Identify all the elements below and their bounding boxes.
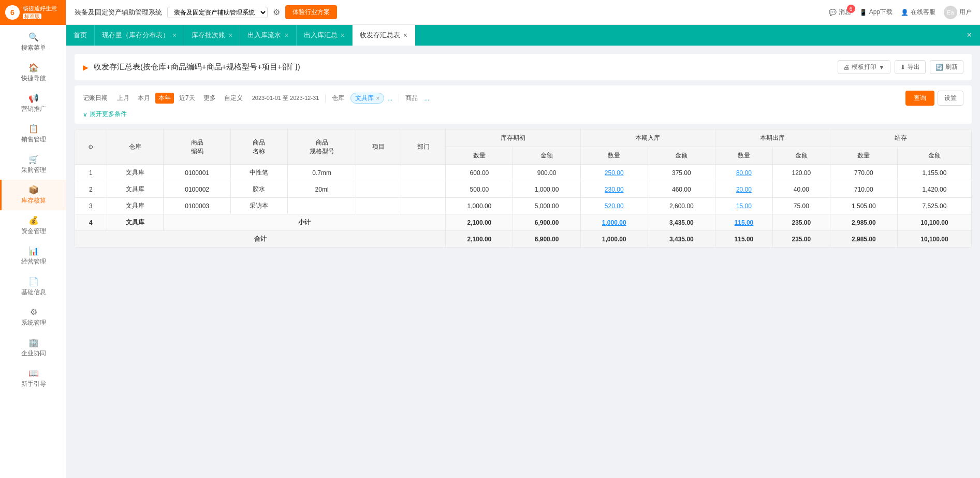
- sidebar-item-basic-info[interactable]: 📄 基础信息: [0, 271, 66, 302]
- home-icon: 🏠: [28, 63, 39, 73]
- query-button[interactable]: 查询: [905, 91, 934, 106]
- date-btn-this-month[interactable]: 本月: [135, 93, 153, 104]
- row-project: [356, 198, 401, 214]
- sidebar-item-search[interactable]: 🔍 搜索菜单: [0, 27, 66, 57]
- date-btn-this-year[interactable]: 本年: [155, 93, 174, 104]
- tab-in-out-summary[interactable]: 出入库汇总 ×: [297, 25, 353, 46]
- table-row: 3 文具库 0100003 采访本 1,000.00 5,000.00 520.…: [75, 198, 972, 214]
- tab-close-batch[interactable]: ×: [228, 31, 232, 39]
- row-out-qty-link[interactable]: 20.00: [715, 181, 772, 198]
- page-actions: 🖨 模板打印 ▼ ⬇ 导出 🔄 刷新: [838, 60, 963, 74]
- sidebar-item-sales[interactable]: 📋 销售管理: [0, 119, 66, 149]
- message-action[interactable]: 💬 消息 6: [829, 8, 851, 17]
- sales-icon: 📋: [28, 124, 39, 134]
- logo-text: 畅捷通好生意 标准版: [23, 5, 57, 20]
- tab-close-receive-summary[interactable]: ×: [403, 31, 407, 39]
- gear-icon[interactable]: ⚙: [273, 7, 280, 17]
- row-spec: 20ml: [287, 181, 356, 198]
- row-spec: 0.7mm: [287, 165, 356, 181]
- sidebar-item-finance[interactable]: 💰 资金管理: [0, 210, 66, 241]
- settings-button[interactable]: 设置: [938, 91, 963, 106]
- refresh-button[interactable]: 🔄 刷新: [930, 60, 963, 74]
- filter-divider2: [399, 94, 399, 103]
- date-label: 记账日期: [83, 94, 108, 103]
- row-out-qty-link[interactable]: 15.00: [715, 198, 772, 214]
- date-btn-last-month[interactable]: 上月: [114, 93, 133, 104]
- inventory-icon: 📦: [28, 185, 39, 195]
- row-project: [356, 165, 401, 181]
- online-service-action[interactable]: 👤 在线客服: [901, 8, 935, 17]
- sidebar-item-enterprise[interactable]: 🏢 企业协同: [0, 332, 66, 363]
- tab-receive-summary[interactable]: 收发存汇总表 ×: [353, 25, 415, 46]
- sidebar-item-system[interactable]: ⚙ 系统管理: [0, 302, 66, 332]
- sidebar-item-purchase[interactable]: 🛒 采购管理: [0, 149, 66, 180]
- sidebar-item-inventory[interactable]: 📦 库存核算: [0, 180, 66, 210]
- row-warehouse: 文具库: [107, 165, 164, 181]
- date-btn-7days[interactable]: 近7天: [176, 93, 198, 104]
- tab-in-out-flow[interactable]: 出入库流水 ×: [240, 25, 296, 46]
- tab-close-in-out-flow[interactable]: ×: [284, 31, 288, 39]
- row-opening-qty: 500.00: [446, 181, 513, 198]
- tab-stock-dist[interactable]: 现存量（库存分布表） ×: [95, 25, 184, 46]
- row-out-qty-link[interactable]: 80.00: [715, 165, 772, 181]
- tab-close-in-out-summary[interactable]: ×: [341, 31, 345, 39]
- app-download-action[interactable]: 📱 App下载: [859, 8, 893, 17]
- warehouse-tag[interactable]: 文具库 ×: [350, 93, 384, 104]
- row-opening-qty: 600.00: [446, 165, 513, 181]
- product-more[interactable]: ...: [424, 95, 429, 102]
- total-out-qty: 115.00: [715, 231, 772, 248]
- sidebar-item-quick-nav[interactable]: 🏠 快捷导航: [0, 57, 66, 88]
- date-btn-custom[interactable]: 自定义: [221, 93, 246, 104]
- export-button[interactable]: ⬇ 导出: [895, 60, 926, 74]
- total-row: 合计 2,100.00 6,900.00 1,000.00 3,435.00 1…: [75, 231, 972, 248]
- data-table-container: ⚙ 仓库 商品编码 商品名称 商品规格型号 项目 部门 库存期初 本期入库 本期…: [75, 129, 972, 248]
- subtotal-balance-qty: 2,985.00: [830, 214, 897, 231]
- sidebar-item-guide[interactable]: 📖 新手引导: [0, 363, 66, 394]
- refresh-icon: 🔄: [935, 64, 943, 71]
- main-content: 装备及固定资产辅助管理系统 装备及固定资产辅助管理系统 ⚙ 体验行业方案 💬 消…: [66, 0, 980, 478]
- date-btn-more[interactable]: 更多: [200, 93, 219, 104]
- balance-group-header: 结存: [830, 129, 971, 147]
- warehouse-more[interactable]: ...: [387, 95, 392, 102]
- table-row: 2 文具库 0100002 胶水 20ml 500.00 1,000.00 23…: [75, 181, 972, 198]
- row-balance-qty: 710.00: [830, 181, 897, 198]
- out-group-header: 本期出库: [715, 129, 830, 147]
- print-button[interactable]: 🖨 模板打印 ▼: [838, 60, 890, 74]
- tab-close-all-icon[interactable]: ×: [959, 31, 980, 40]
- subtotal-label: 小计: [164, 214, 446, 231]
- row-num: 3: [75, 198, 107, 214]
- page-title: 收发存汇总表(按仓库+商品编码+商品+规格型号+项目+部门): [94, 62, 300, 72]
- opening-group-header: 库存期初: [446, 129, 580, 147]
- tab-batch[interactable]: 库存批次账 ×: [184, 25, 240, 46]
- row-dept: [401, 198, 445, 214]
- row-opening-amt: 900.00: [513, 165, 580, 181]
- toggle-arrow-icon[interactable]: ▶: [83, 63, 89, 71]
- row-in-qty-link[interactable]: 520.00: [580, 198, 648, 214]
- experience-button[interactable]: 体验行业方案: [285, 5, 337, 19]
- data-table: ⚙ 仓库 商品编码 商品名称 商品规格型号 项目 部门 库存期初 本期入库 本期…: [75, 129, 972, 248]
- filter-area: 记账日期 上月 本月 本年 近7天 更多 自定义 2023-01-01 至 20…: [75, 85, 972, 124]
- sidebar-item-operations[interactable]: 📊 经营管理: [0, 241, 66, 271]
- finance-icon: 💰: [28, 215, 39, 225]
- tab-home[interactable]: 首页: [66, 25, 95, 46]
- sidebar-item-marketing[interactable]: 📢 营销推广: [0, 88, 66, 119]
- tab-bar: 首页 现存量（库存分布表） × 库存批次账 × 出入库流水 × 出入库汇总 × …: [66, 25, 980, 46]
- project-column-header: 项目: [356, 129, 401, 165]
- top-header: 装备及固定资产辅助管理系统 装备及固定资产辅助管理系统 ⚙ 体验行业方案 💬 消…: [66, 0, 980, 25]
- tab-close-stock-dist[interactable]: ×: [172, 31, 177, 39]
- total-opening-qty: 2,100.00: [446, 231, 513, 248]
- row-code: 0100002: [164, 181, 231, 198]
- print-icon: 🖨: [843, 64, 850, 71]
- row-in-qty-link[interactable]: 230.00: [580, 181, 648, 198]
- expand-more[interactable]: ∨ 展开更多条件: [83, 110, 963, 119]
- settings-column-header[interactable]: ⚙: [75, 129, 107, 165]
- system-selector[interactable]: 装备及固定资产辅助管理系统: [167, 7, 268, 18]
- user-profile[interactable]: Ea 用户: [944, 6, 972, 19]
- subtotal-out-amt: 235.00: [772, 214, 830, 231]
- subtotal-in-qty[interactable]: 1,000.00: [580, 214, 648, 231]
- purchase-icon: 🛒: [28, 154, 39, 164]
- subtotal-out-qty[interactable]: 115.00: [715, 214, 772, 231]
- row-in-qty-link[interactable]: 250.00: [580, 165, 648, 181]
- warehouse-tag-close[interactable]: ×: [376, 95, 379, 102]
- warehouse-column-header: 仓库: [107, 129, 164, 165]
